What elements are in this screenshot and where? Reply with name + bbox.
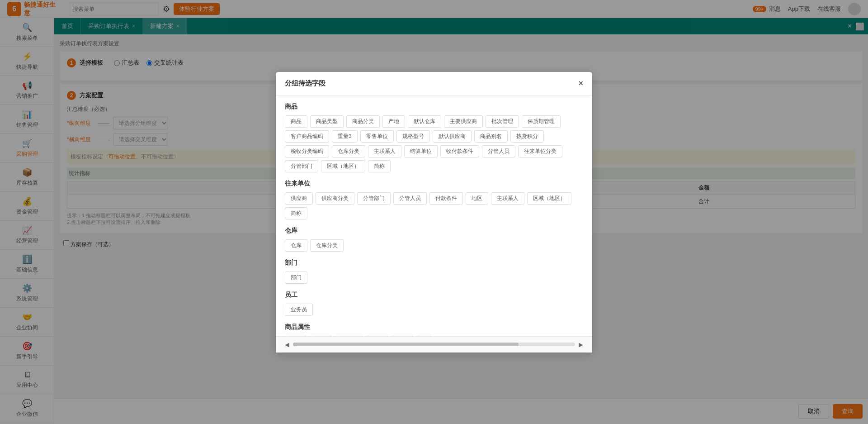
chip-main-supplier[interactable]: 主要供应商 <box>444 115 483 128</box>
chip-weight3[interactable]: 重量3 <box>332 130 358 143</box>
chip-dept-partner[interactable]: 分管部门 <box>357 192 391 205</box>
chip-main-contact-partner[interactable]: 主联系人 <box>491 192 524 205</box>
chip-payment-cond[interactable]: 付款条件 <box>429 192 463 205</box>
chip-manager-partner[interactable]: 分管人员 <box>393 192 427 205</box>
chip-product-category[interactable]: 商品分类 <box>346 115 380 128</box>
group-title-product: 商品 <box>285 103 583 111</box>
field-group-dept: 部门 部门 <box>285 259 583 284</box>
scroll-left-arrow[interactable]: ◀ <box>285 341 289 348</box>
chip-area[interactable]: 地区 <box>466 192 488 205</box>
chip-warehouse-cat[interactable]: 仓库分类 <box>310 239 344 252</box>
group-title-staff: 员工 <box>285 291 583 299</box>
chip-salesperson[interactable]: 业务员 <box>285 304 313 316</box>
modal-overlay: 分组待选字段 × 商品 商品 商品类型 商品分类 产地 默认仓库 主要供应商 批… <box>0 0 868 424</box>
modal-close-btn[interactable]: × <box>578 79 583 87</box>
chip-partner-category[interactable]: 往来单位分类 <box>518 145 562 157</box>
chip-retail-unit[interactable]: 零售单位 <box>360 130 394 143</box>
chip-manager[interactable]: 分管人员 <box>482 145 515 157</box>
field-group-staff: 员工 业务员 <box>285 291 583 316</box>
chip-payment-terms[interactable]: 收付款条件 <box>440 145 479 157</box>
chip-pick-points[interactable]: 拣货积分 <box>510 130 544 143</box>
field-chips-warehouse: 仓库 仓库分类 <box>285 239 583 252</box>
chip-settlement-unit[interactable]: 结算单位 <box>404 145 438 157</box>
modal-footer: ◀ ▶ <box>276 336 592 353</box>
modal-header: 分组待选字段 × <box>276 72 592 95</box>
chip-default-warehouse[interactable]: 默认仓库 <box>408 115 441 128</box>
field-group-warehouse: 仓库 仓库 仓库分类 <box>285 227 583 252</box>
chip-expiry-mgmt[interactable]: 保质期管理 <box>522 115 561 128</box>
modal-body: 商品 商品 商品类型 商品分类 产地 默认仓库 主要供应商 批次管理 保质期管理… <box>276 95 592 336</box>
chip-warehouse-category[interactable]: 仓库分类 <box>332 145 365 157</box>
group-title-warehouse: 仓库 <box>285 227 583 235</box>
horizontal-scrollbar[interactable] <box>293 343 575 346</box>
chip-supplier-category[interactable]: 供应商分类 <box>316 192 354 205</box>
chip-spec-model[interactable]: 规格型号 <box>396 130 430 143</box>
chip-dept-mgmt[interactable]: 分管部门 <box>285 160 318 172</box>
chip-customer-sku[interactable]: 客户商品编码 <box>285 130 329 143</box>
chip-abbr-product[interactable]: 简称 <box>368 160 391 172</box>
chip-region-product[interactable]: 区域（地区） <box>321 160 365 172</box>
group-title-partner: 往来单位 <box>285 180 583 188</box>
chip-batch-mgmt[interactable]: 批次管理 <box>486 115 519 128</box>
field-group-partner: 往来单位 供应商 供应商分类 分管部门 分管人员 付款条件 地区 主联系人 区域… <box>285 180 583 219</box>
chip-supplier[interactable]: 供应商 <box>285 192 313 205</box>
group-title-dept: 部门 <box>285 259 583 267</box>
chip-product-alias[interactable]: 商品别名 <box>474 130 508 143</box>
modal-title: 分组待选字段 <box>285 79 326 88</box>
field-chips-staff: 业务员 <box>285 304 583 316</box>
chip-warehouse[interactable]: 仓库 <box>285 239 307 252</box>
chip-dept[interactable]: 部门 <box>285 272 307 284</box>
chip-main-contact[interactable]: 主联系人 <box>368 145 401 157</box>
group-title-attr: 商品属性 <box>285 323 583 331</box>
chip-default-supplier[interactable]: 默认供应商 <box>433 130 472 143</box>
chip-origin[interactable]: 产地 <box>382 115 405 128</box>
field-group-product: 商品 商品 商品类型 商品分类 产地 默认仓库 主要供应商 批次管理 保质期管理… <box>285 103 583 172</box>
field-chips-product: 商品 商品类型 商品分类 产地 默认仓库 主要供应商 批次管理 保质期管理 客户… <box>285 115 583 172</box>
field-chips-partner: 供应商 供应商分类 分管部门 分管人员 付款条件 地区 主联系人 区域（地区） … <box>285 192 583 219</box>
field-group-attr: 商品属性 属性 颜色 多规格 尺码 鞋码 1 <box>285 323 583 336</box>
chip-region-partner[interactable]: 区域（地区） <box>527 192 571 205</box>
field-chips-dept: 部门 <box>285 272 583 284</box>
chip-product-type[interactable]: 商品类型 <box>310 115 344 128</box>
chip-abbr-partner[interactable]: 简称 <box>285 207 307 219</box>
modal-dialog: 分组待选字段 × 商品 商品 商品类型 商品分类 产地 默认仓库 主要供应商 批… <box>276 72 592 353</box>
chip-product[interactable]: 商品 <box>285 115 307 128</box>
chip-tax-code[interactable]: 税收分类编码 <box>285 145 329 157</box>
scroll-right-arrow[interactable]: ▶ <box>579 341 583 348</box>
scrollbar-thumb <box>293 343 519 346</box>
